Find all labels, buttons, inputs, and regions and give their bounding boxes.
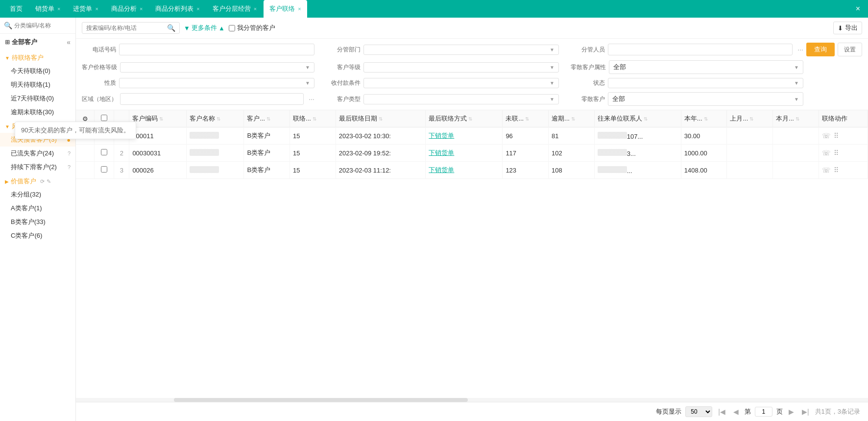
last-page-button[interactable]: ▶| <box>800 408 811 416</box>
filter-manager-input[interactable] <box>608 44 793 55</box>
close-icon[interactable]: × <box>196 6 199 12</box>
close-icon[interactable]: × <box>254 6 257 12</box>
filter-level-select[interactable]: ▼ <box>363 62 559 73</box>
scrollbar-thumb[interactable] <box>174 398 468 402</box>
contact-icon[interactable]: ☏ <box>822 149 831 157</box>
nav-tab-customer-contact[interactable]: 客户联络 × <box>264 0 307 18</box>
row-checkbox-3[interactable] <box>95 162 114 179</box>
search-button[interactable]: 🔍 <box>167 24 175 32</box>
close-icon[interactable]: × <box>298 6 301 12</box>
overdue-col-header[interactable]: 逾期... ⇅ <box>549 110 595 127</box>
refresh-icon[interactable]: ⟳ <box>40 178 45 185</box>
close-icon[interactable]: × <box>95 6 98 12</box>
nav-tab-customer-layer[interactable]: 客户分层经营 × <box>207 0 263 18</box>
filter-region-input[interactable] <box>120 93 304 105</box>
row-checkbox-2[interactable] <box>95 145 114 162</box>
sidebar-item-7days[interactable]: 近7天待联络(0) <box>0 92 75 105</box>
row-this-month-2 <box>773 145 819 162</box>
query-button[interactable]: 查询 <box>806 43 835 56</box>
row-last-month-2 <box>727 145 773 162</box>
next-page-button[interactable]: ▶ <box>787 408 796 416</box>
my-customer-checkbox[interactable]: 我分管的客户 <box>229 24 275 32</box>
contact-icon[interactable]: ☏ <box>822 132 831 140</box>
export-button[interactable]: ⬇ 导出 <box>833 22 862 34</box>
filter-price-level: 客户价格等级 ▼ <box>82 62 314 73</box>
row-num-2: 2 <box>114 145 129 162</box>
row-unit-contact-1: 107... <box>594 127 681 145</box>
horizontal-scrollbar[interactable] <box>76 398 868 402</box>
page-number-input[interactable] <box>755 407 772 417</box>
sidebar-item-ungrouped[interactable]: 未分组(32) <box>0 188 75 201</box>
row-last-method-3[interactable]: 下销货单 <box>426 162 503 179</box>
nav-tab-sales[interactable]: 销货单 × <box>29 0 66 18</box>
this-month-col-header[interactable]: 本月... ⇅ <box>773 110 819 127</box>
filter-retail-attr-select[interactable]: 全部 ▼ <box>609 60 803 74</box>
sidebar-item-declining[interactable]: 持续下滑客户(2) ? <box>0 160 75 174</box>
nav-tab-purchase[interactable]: 进货单 × <box>67 0 104 18</box>
setting-button[interactable]: 设置 <box>838 43 862 56</box>
last-month-col-header[interactable]: 上月... ⇅ <box>727 110 773 127</box>
last-method-col-header[interactable]: 最后联络方式 ⇅ <box>426 110 503 127</box>
filter-nature-select[interactable]: ▼ <box>119 78 314 88</box>
collapse-icon[interactable]: « <box>67 38 71 46</box>
my-customer-input[interactable] <box>229 25 235 31</box>
sidebar-group-value[interactable]: ▶ 价值客户 ⟳ ✎ <box>0 174 75 188</box>
more-action-icon[interactable]: ⠿ <box>834 149 839 157</box>
sidebar-item-overdue[interactable]: 逾期未联络(30) <box>0 105 75 119</box>
row-unlisted-1: 96 <box>503 127 549 145</box>
sidebar-all-customers[interactable]: ⊞ 全部客户 « <box>0 34 75 50</box>
row-actions-2: ☏ ⠿ <box>819 145 868 162</box>
search-input[interactable] <box>86 25 165 31</box>
sort-icon: ⇅ <box>217 116 220 122</box>
filter-retail-select[interactable]: 全部 ▼ <box>608 92 803 106</box>
window-close-button[interactable]: × <box>852 4 864 13</box>
sidebar-group-pending[interactable]: ▼ 待联络客户 <box>0 50 75 64</box>
name-col-header[interactable]: 客户名称 ⇅ <box>187 110 244 127</box>
sidebar-item-today[interactable]: 今天待联络(0) <box>0 64 75 78</box>
nav-tab-analysis-list[interactable]: 商品分析列表 × <box>149 0 205 18</box>
more-filter-button[interactable]: ▼ 更多条件 ▲ <box>184 24 225 32</box>
filter-payment-select[interactable]: ▼ <box>363 78 559 88</box>
per-page-select[interactable]: 50 100 200 <box>685 406 712 417</box>
select-all-checkbox[interactable] <box>101 115 107 121</box>
last-date-col-header[interactable]: 最后联络日期 ⇅ <box>336 110 426 127</box>
row-last-method-2[interactable]: 下销货单 <box>426 145 503 162</box>
more-icon[interactable]: ··· <box>797 46 803 53</box>
unlisted-col-header[interactable]: 未联... ⇅ <box>503 110 549 127</box>
row-name-2 <box>187 145 244 162</box>
contact-col-header[interactable]: 联络... ⇅ <box>290 110 336 127</box>
filter-price-select[interactable]: ▼ <box>120 62 314 73</box>
more-icon[interactable]: ··· <box>309 95 314 103</box>
sidebar-item-lost[interactable]: 已流失客户(24) ? <box>0 147 75 160</box>
sidebar-search-input[interactable] <box>14 22 72 29</box>
row-last-method-1[interactable]: 下销货单 <box>426 127 503 145</box>
nav-tab-analysis[interactable]: 商品分析 × <box>105 0 148 18</box>
nav-tab-home[interactable]: 首页 <box>4 0 28 18</box>
sidebar-item-tomorrow[interactable]: 明天待联络(1) <box>0 78 75 92</box>
sidebar-item-class-b[interactable]: B类客户(33) <box>0 215 75 229</box>
sort-icon: ⇅ <box>313 116 316 122</box>
triangle-icon: ▶ <box>5 179 9 184</box>
filter-dept-select[interactable]: ▼ <box>363 45 559 55</box>
sidebar-item-class-c[interactable]: C类客户(6) <box>0 229 75 243</box>
filter-status-select[interactable]: ▼ <box>608 78 803 88</box>
edit-icon[interactable]: ✎ <box>47 178 51 185</box>
filter-retail: 零散客户 全部 ▼ <box>571 92 803 106</box>
filter-phone-input[interactable] <box>119 44 314 55</box>
close-icon[interactable]: × <box>140 6 143 12</box>
more-action-icon[interactable]: ⠿ <box>834 132 839 140</box>
prev-page-button[interactable]: ◀ <box>731 408 741 416</box>
filter-payment-label: 收付款条件 <box>326 79 361 87</box>
code-col-header[interactable]: 客户编码 ⇅ <box>129 110 187 127</box>
type-col-header[interactable]: 客户... ⇅ <box>244 110 290 127</box>
chevron-down-icon: ▼ <box>550 47 555 52</box>
filter-type-select[interactable]: ▼ <box>363 94 559 104</box>
first-page-button[interactable]: |◀ <box>716 408 727 416</box>
more-action-icon[interactable]: ⠿ <box>834 166 839 174</box>
unit-contact-col-header[interactable]: 往来单位联系人 ⇅ <box>594 110 681 127</box>
this-year-col-header[interactable]: 本年... ⇅ <box>681 110 727 127</box>
sort-icon: ⇅ <box>571 116 575 122</box>
contact-icon[interactable]: ☏ <box>822 166 831 174</box>
sidebar-item-class-a[interactable]: A类客户(1) <box>0 201 75 215</box>
close-icon[interactable]: × <box>57 6 60 12</box>
